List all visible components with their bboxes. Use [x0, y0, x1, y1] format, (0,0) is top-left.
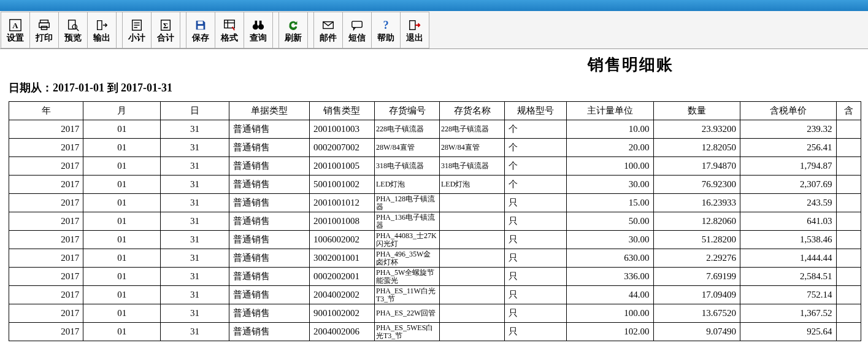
subtotal-button[interactable]: 小计	[122, 12, 152, 48]
cell-extra[interactable]	[836, 286, 861, 304]
cell-code[interactable]: 3002001001	[309, 249, 374, 268]
table-row[interactable]: 20170131普通销售2004002006PHA_ES_5WES白光T3_节只…	[9, 323, 861, 341]
table-row[interactable]: 20170131普通销售1006002002PHA_44083_士27K闪光灯只…	[9, 231, 861, 249]
column-header[interactable]: 主计量单位	[567, 102, 653, 120]
cell-code[interactable]: 1006002002	[309, 231, 374, 249]
column-header[interactable]: 存货编号	[374, 102, 439, 120]
column-header[interactable]: 日	[161, 102, 229, 120]
cell-amt[interactable]: 243.59	[740, 194, 836, 212]
cell-qty[interactable]: 336.00	[567, 268, 653, 286]
cell-amt[interactable]: 1,794.87	[740, 157, 836, 176]
cell-month[interactable]: 01	[83, 212, 161, 231]
cell-doc[interactable]: 普通销售	[229, 231, 309, 249]
format-button[interactable]: 格式	[215, 12, 244, 48]
cell-spec[interactable]: 只	[505, 323, 567, 341]
table-row[interactable]: 20170131普通销售0002002001PHA_5W全螺旋节能萤光只336.…	[9, 268, 861, 286]
cell-inv[interactable]: PHA_ES_22W回管	[374, 304, 439, 323]
cell-day[interactable]: 31	[161, 286, 229, 304]
cell-year[interactable]: 2017	[9, 323, 83, 341]
cell-amt[interactable]: 1,444.44	[740, 249, 836, 268]
table-row[interactable]: 20170131普通销售2001001005318电子镇流器318电子镇流器个1…	[9, 157, 861, 176]
cell-amt[interactable]: 1,367.52	[740, 304, 836, 323]
cell-inv[interactable]: PHA_496_35W金卤灯杯	[374, 249, 439, 268]
column-header[interactable]: 销售类型	[309, 102, 374, 120]
cell-inv[interactable]: PHA_136电子镇流器	[374, 212, 439, 231]
cell-price[interactable]: 9.07490	[653, 323, 740, 341]
cell-name[interactable]	[440, 194, 505, 212]
cell-spec[interactable]: 个	[505, 139, 567, 157]
settings-button[interactable]: A设置	[1, 12, 30, 48]
cell-amt[interactable]: 641.03	[740, 212, 836, 231]
cell-price[interactable]: 16.23933	[653, 194, 740, 212]
cell-extra[interactable]	[836, 176, 861, 194]
cell-code[interactable]: 2001001005	[309, 157, 374, 176]
cell-extra[interactable]	[836, 212, 861, 231]
cell-spec[interactable]: 个	[505, 157, 567, 176]
cell-year[interactable]: 2017	[9, 139, 83, 157]
cell-year[interactable]: 2017	[9, 157, 83, 176]
cell-code[interactable]: 2004002006	[309, 323, 374, 341]
cell-spec[interactable]: 只	[505, 249, 567, 268]
cell-qty[interactable]: 102.00	[567, 323, 653, 341]
cell-code[interactable]: 2004002002	[309, 286, 374, 304]
cell-extra[interactable]	[836, 231, 861, 249]
cell-spec[interactable]: 只	[505, 231, 567, 249]
cell-day[interactable]: 31	[161, 139, 229, 157]
cell-doc[interactable]: 普通销售	[229, 176, 309, 194]
cell-month[interactable]: 01	[83, 157, 161, 176]
column-header[interactable]: 含税单价	[740, 102, 836, 120]
cell-day[interactable]: 31	[161, 323, 229, 341]
table-row[interactable]: 20170131普通销售2001001012PHA_128电子镇流器只15.00…	[9, 194, 861, 212]
cell-name[interactable]	[440, 323, 505, 341]
cell-extra[interactable]	[836, 120, 861, 139]
save-button[interactable]: 保存	[186, 12, 215, 48]
cell-code[interactable]: 0002007002	[309, 139, 374, 157]
cell-name[interactable]	[440, 286, 505, 304]
cell-qty[interactable]: 630.00	[567, 249, 653, 268]
cell-price[interactable]: 17.09409	[653, 286, 740, 304]
cell-name[interactable]	[440, 212, 505, 231]
cell-day[interactable]: 31	[161, 268, 229, 286]
cell-name[interactable]: LED灯泡	[440, 176, 505, 194]
cell-amt[interactable]: 1,538.46	[740, 231, 836, 249]
cell-month[interactable]: 01	[83, 194, 161, 212]
cell-qty[interactable]: 50.00	[567, 212, 653, 231]
column-header[interactable]: 存货名称	[440, 102, 505, 120]
cell-amt[interactable]: 256.41	[740, 139, 836, 157]
cell-month[interactable]: 01	[83, 120, 161, 139]
cell-qty[interactable]: 15.00	[567, 194, 653, 212]
cell-year[interactable]: 2017	[9, 212, 83, 231]
cell-doc[interactable]: 普通销售	[229, 268, 309, 286]
cell-name[interactable]: 28W/84直管	[440, 139, 505, 157]
cell-code[interactable]: 0002002001	[309, 268, 374, 286]
cell-amt[interactable]: 925.64	[740, 323, 836, 341]
cell-doc[interactable]: 普通销售	[229, 249, 309, 268]
cell-day[interactable]: 31	[161, 157, 229, 176]
cell-month[interactable]: 01	[83, 323, 161, 341]
cell-spec[interactable]: 只	[505, 212, 567, 231]
cell-name[interactable]	[440, 231, 505, 249]
table-row[interactable]: 20170131普通销售000200700228W/84直管28W/84直管个2…	[9, 139, 861, 157]
cell-doc[interactable]: 普通销售	[229, 139, 309, 157]
cell-year[interactable]: 2017	[9, 120, 83, 139]
cell-price[interactable]: 7.69199	[653, 268, 740, 286]
cell-year[interactable]: 2017	[9, 231, 83, 249]
cell-month[interactable]: 01	[83, 176, 161, 194]
cell-inv[interactable]: PHA_44083_士27K闪光灯	[374, 231, 439, 249]
cell-price[interactable]: 17.94870	[653, 157, 740, 176]
column-header[interactable]: 年	[9, 102, 83, 120]
cell-qty[interactable]: 100.00	[567, 304, 653, 323]
cell-spec[interactable]: 只	[505, 268, 567, 286]
cell-inv[interactable]: PHA_ES_5WES白光T3_节	[374, 323, 439, 341]
cell-doc[interactable]: 普通销售	[229, 120, 309, 139]
column-header[interactable]: 单据类型	[229, 102, 309, 120]
cell-day[interactable]: 31	[161, 176, 229, 194]
cell-price[interactable]: 2.29276	[653, 249, 740, 268]
cell-price[interactable]: 12.82060	[653, 212, 740, 231]
cell-spec[interactable]: 只	[505, 194, 567, 212]
cell-name[interactable]: 228电子镇流器	[440, 120, 505, 139]
total-button[interactable]: Σ合计	[151, 12, 180, 48]
cell-inv[interactable]: PHA_5W全螺旋节能萤光	[374, 268, 439, 286]
table-row[interactable]: 20170131普通销售2001001003228电子镇流器228电子镇流器个1…	[9, 120, 861, 139]
cell-amt[interactable]: 239.32	[740, 120, 836, 139]
